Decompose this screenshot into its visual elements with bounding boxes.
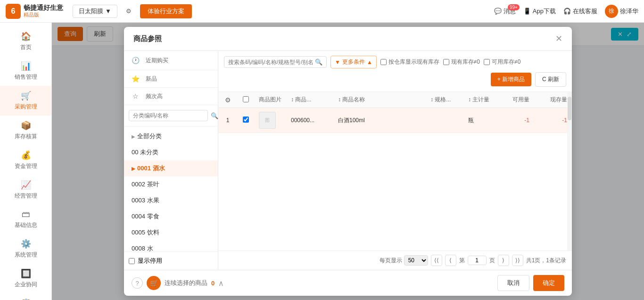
row-img: 图 [254,108,286,133]
help-icon[interactable]: ? [132,277,143,289]
cat-item-uncat[interactable]: 00 未分类 [124,144,218,160]
page-label: 第 [459,257,465,265]
operations-icon: 📈 [21,180,31,190]
right-content: 查询 刷新 ✕ ⤢ 商品参照 ✕ [52,23,644,300]
page-last-btn[interactable]: ⟩⟩ [512,255,523,266]
cat-item-fruit[interactable]: 0003 水果 [124,192,218,208]
page-number-input[interactable] [468,256,487,265]
dialog-close-btn[interactable]: ✕ [555,33,562,44]
cart-icon[interactable]: 🛒 [147,276,161,290]
dialog-overlay: 商品参照 ✕ 🕐 近期购买 [52,23,644,300]
sidebar-item-basic[interactable]: 🗃 基础信息 [0,205,51,234]
sort-icon-spec: ↕ [430,96,433,103]
page-next-btn[interactable]: ⟩ [498,255,509,266]
enterprise-icon: 🔲 [21,268,31,279]
nav-select-arrow: ▼ [105,8,111,15]
nav-message[interactable]: 💬 消息 99+ [494,7,516,16]
cat-recent-label: 近期购买 [146,57,168,65]
cat-item-water[interactable]: 0008 水 [124,241,218,251]
content-toolbar-bar: 🔍 ▼ 更多条件 ▲ 按仓库显示现有库存 [218,51,572,92]
sidebar-item-system[interactable]: ⚙️ 系统管理 [0,234,51,264]
app-icon: 📱 [523,8,531,15]
dialog-footer: ? 🛒 连续选择的商品 0 ∧ 取消 确定 [124,270,572,296]
sort-icon-unit: ↕ [468,96,471,103]
sidebar-item-enterprise[interactable]: 🔲 企业协同 [0,264,51,293]
sidebar-item-guide[interactable]: 📋 新手引导 [0,293,51,300]
col-header-check [237,92,254,108]
page-size-select[interactable]: 50 100 200 [404,255,428,266]
cat-new-icon[interactable]: ⭐ [129,72,142,85]
cat-footer: 显示停用 [124,251,218,270]
row-index: 1 [218,108,237,133]
cat-freq-icon[interactable]: ☆ [129,90,142,103]
cat-freq-link: ☆ 频次高 [124,88,218,105]
collapse-chevron[interactable]: ∧ [218,279,224,288]
sidebar-item-purchase[interactable]: 🛒 采购管理 [0,86,51,116]
cat-item-tea[interactable]: 0002 茶叶 [124,176,218,192]
confirm-btn[interactable]: 确定 [533,275,564,291]
sidebar-item-operations[interactable]: 📈 经营管理 [0,175,51,205]
table-header-row: ⚙ 商品图片 [218,92,572,108]
available-nonzero-label: 可用库存≠0 [492,58,520,66]
col-header-name[interactable]: ↕ 商品名称 [333,92,426,108]
trial-btn[interactable]: 体验行业方案 [140,4,192,18]
add-product-btn[interactable]: + 新增商品 [491,73,531,86]
row-name: 白酒100ml [333,108,426,133]
sidebar-item-sales[interactable]: 📊 销售管理 [0,56,51,86]
col-header-code[interactable]: ↕ 商品... [286,92,333,108]
product-ref-dialog: 商品参照 ✕ 🕐 近期购买 [124,27,572,296]
refresh-btn[interactable]: C 刷新 [535,72,566,87]
page-first-btn[interactable]: ⟨⟨ [431,255,442,266]
top-nav: 6 畅捷通好生意 精品版 日太阳膜 ▼ ⚙ 体验行业方案 💬 消息 99+ 📱 … [0,0,644,23]
cat-item-liquor[interactable]: ▶ 0001 酒水 [124,160,218,176]
product-search-icon[interactable]: 🔍 [315,58,322,66]
checkbox-available-nonzero: 可用库存≠0 [484,58,520,66]
filter-more-btn[interactable]: ▼ 更多条件 ▲ [330,56,377,68]
nav-user[interactable]: 徐 徐泽华 [605,5,638,18]
table-row[interactable]: 1 图 000600... [218,108,572,133]
available-nonzero-checkbox[interactable] [484,59,490,65]
page-prev-btn[interactable]: ⟨ [445,255,456,266]
nav-gear-icon[interactable]: ⚙ [121,4,136,19]
cat-label-drink: 0005 饮料 [132,228,159,237]
col-code-label: 商品... [295,96,311,103]
row-available: -1 [496,108,534,133]
cat-item-drink[interactable]: 0005 饮料 [124,225,218,241]
sort-icon-code: ↕ [291,96,294,103]
cat-recent-icon[interactable]: 🕐 [129,54,142,67]
col-header-spec[interactable]: ↕ 规格... [426,92,463,108]
logo-sub: 精品版 [24,11,63,18]
nav-app[interactable]: 📱 App下载 [523,7,556,16]
col-header-settings: ⚙ [218,92,237,108]
cat-item-snack[interactable]: 0004 零食 [124,208,218,225]
nav-select[interactable]: 日太阳膜 ▼ [73,5,117,18]
inventory-icon: 📦 [21,120,31,131]
select-all-checkbox[interactable] [243,96,249,102]
sidebar-label-finance: 资金管理 [15,162,37,170]
table-settings-icon[interactable]: ⚙ [225,96,231,104]
freq-star-icon: ☆ [132,92,139,100]
stock-nonzero-checkbox[interactable] [443,59,449,65]
sidebar-item-finance[interactable]: 💰 资金管理 [0,145,51,175]
footer-btns: 取消 确定 [497,275,564,291]
logo-area: 6 畅捷通好生意 精品版 [6,4,63,19]
cat-search-input[interactable] [129,110,208,121]
cat-freq-label: 频次高 [146,92,163,100]
warehouse-stock-checkbox[interactable] [380,59,387,65]
sidebar-item-inventory[interactable]: 📦 库存核算 [0,116,51,145]
product-search-input[interactable] [228,59,313,66]
cat-search-icon[interactable]: 🔍 [211,112,218,119]
sidebar-item-home[interactable]: 🏠 首页 [0,26,51,56]
cat-label-all: 全部分类 [137,132,162,141]
nav-service[interactable]: 🎧 在线客服 [563,7,597,16]
system-icon: ⚙️ [21,239,31,249]
cancel-btn[interactable]: 取消 [497,275,529,291]
cat-item-all[interactable]: ▶ 全部分类 [124,128,218,144]
col-header-unit[interactable]: ↕ 主计量 [463,92,496,108]
product-image: 图 [259,112,276,129]
cart-label: 连续选择的商品 [165,279,207,287]
vertical-scrollbar[interactable] [567,92,572,250]
show-disabled-checkbox[interactable] [129,258,135,264]
app-label: App下载 [533,7,556,16]
row-checkbox[interactable] [243,117,249,123]
